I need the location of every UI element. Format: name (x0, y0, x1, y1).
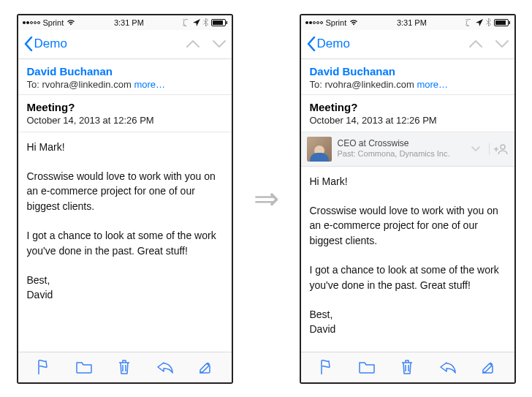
intro-title: CEO at Crosswise (338, 138, 463, 149)
svg-point-6 (501, 145, 505, 149)
svg-rect-1 (226, 21, 227, 24)
message-body: Hi Mark! Crosswise would love to work wi… (18, 132, 232, 352)
back-button[interactable]: Demo (307, 37, 350, 51)
next-message-button[interactable] (495, 39, 509, 48)
svg-rect-2 (213, 20, 223, 25)
wifi-icon (66, 19, 75, 26)
message-body: Hi Mark! Crosswise would love to work wi… (301, 167, 514, 352)
location-arrow-icon (193, 19, 200, 26)
reply-button[interactable] (156, 358, 174, 376)
dnd-moon-icon (183, 19, 190, 26)
to-label: To: (27, 79, 39, 90)
status-bar: Sprint 3:31 PM (18, 15, 232, 30)
signal-dots-icon (305, 21, 323, 24)
nav-bar: Demo (301, 30, 514, 59)
folder-button[interactable] (358, 358, 376, 376)
more-recipients-link[interactable]: more… (417, 79, 448, 90)
avatar (307, 137, 332, 162)
trash-button[interactable] (398, 358, 416, 376)
subject-text: Meeting? (27, 101, 223, 113)
battery-icon (494, 19, 510, 26)
from-name[interactable]: David Buchanan (27, 65, 223, 77)
folder-button[interactable] (75, 358, 93, 376)
flag-button[interactable] (318, 358, 335, 376)
chevron-left-icon (307, 37, 316, 51)
back-button[interactable]: Demo (24, 37, 67, 51)
dnd-moon-icon (466, 19, 473, 26)
bluetooth-icon (486, 18, 491, 26)
location-arrow-icon (476, 19, 483, 26)
phone-with-intro: Sprint 3:31 PM Demo (300, 14, 516, 384)
prev-message-button[interactable] (186, 39, 200, 48)
message-header: David Buchanan To: rvohra@linkedin.com m… (301, 59, 514, 95)
more-recipients-link[interactable]: more… (134, 79, 165, 90)
comparison-arrow-icon: ⇒ (254, 184, 279, 214)
carrier-label: Sprint (43, 18, 64, 27)
chevron-left-icon (24, 37, 33, 51)
to-label: To: (310, 79, 322, 90)
subject-block: Meeting? October 14, 2013 at 12:26 PM (301, 95, 514, 132)
next-message-button[interactable] (213, 39, 226, 48)
subject-text: Meeting? (310, 101, 506, 113)
intro-subtitle: Past: Commona, Dynamics Inc. (338, 149, 463, 159)
from-name[interactable]: David Buchanan (310, 65, 506, 77)
expand-intro-button[interactable] (468, 146, 483, 152)
wifi-icon (349, 19, 358, 26)
date-text: October 14, 2013 at 12:26 PM (27, 115, 223, 126)
to-address[interactable]: rvohra@linkedin.com (42, 79, 131, 90)
battery-icon (211, 19, 227, 26)
signal-dots-icon (23, 21, 40, 24)
clock-label: 3:31 PM (114, 18, 144, 27)
nav-bar: Demo (18, 30, 232, 59)
reply-button[interactable] (439, 358, 457, 376)
prev-message-button[interactable] (469, 39, 482, 48)
svg-rect-5 (495, 20, 506, 25)
bluetooth-icon (203, 18, 208, 26)
message-header: David Buchanan To: rvohra@linkedin.com m… (18, 59, 232, 95)
toolbar (18, 352, 232, 382)
subject-block: Meeting? October 14, 2013 at 12:26 PM (18, 95, 232, 132)
flag-button[interactable] (35, 358, 53, 376)
compose-button[interactable] (197, 358, 214, 376)
carrier-label: Sprint (326, 18, 347, 27)
date-text: October 14, 2013 at 12:26 PM (310, 115, 506, 126)
svg-rect-4 (509, 21, 510, 24)
linkedin-intro-card[interactable]: CEO at Crosswise Past: Commona, Dynamics… (301, 132, 514, 167)
toolbar (301, 352, 514, 382)
clock-label: 3:31 PM (397, 18, 427, 27)
status-bar: Sprint 3:31 PM (301, 15, 514, 30)
add-contact-button[interactable] (489, 143, 509, 155)
phone-original: Sprint 3:31 PM Demo (17, 14, 233, 384)
back-label: Demo (34, 37, 67, 51)
compose-button[interactable] (479, 358, 497, 376)
back-label: Demo (317, 37, 350, 51)
to-address[interactable]: rvohra@linkedin.com (324, 79, 414, 90)
trash-button[interactable] (115, 358, 133, 376)
